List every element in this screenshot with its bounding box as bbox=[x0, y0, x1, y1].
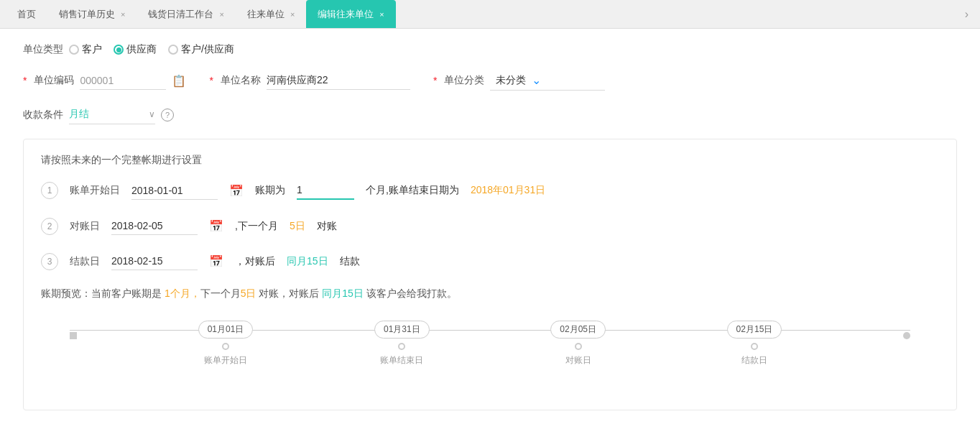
radio-both[interactable]: 客户/供应商 bbox=[168, 43, 234, 56]
step-3-prefix: ，对账后 bbox=[235, 255, 275, 268]
timeline-label-2: 账单结束日 bbox=[380, 354, 423, 367]
code-copy-icon[interactable]: 📋 bbox=[172, 74, 186, 88]
step-3-row: 3 结款日 📅 ，对账后 同月15日 结款 bbox=[41, 252, 939, 270]
tab-more-button[interactable]: › bbox=[959, 8, 974, 21]
preview-day-teal: 同月15日 bbox=[322, 288, 364, 299]
step-2-num: 2 bbox=[41, 218, 58, 235]
payment-dropdown-icon: ∨ bbox=[143, 109, 155, 119]
timeline-dot-2 bbox=[398, 343, 405, 350]
preview-prefix: 账期预览：当前客户账期是 bbox=[41, 288, 165, 299]
unit-type-radio-group: 客户 供应商 客户/供应商 bbox=[69, 43, 234, 56]
section-title: 请按照未来的一个完整帐期进行设置 bbox=[41, 154, 939, 167]
step-1-suffix-post: 个月,账单结束日期为 bbox=[366, 184, 459, 197]
category-field: * 单位分类 未分类 ⌄ bbox=[433, 70, 605, 91]
payment-value: 月结 bbox=[69, 108, 89, 121]
timeline-start-dot bbox=[70, 332, 77, 339]
close-tab-cash-work[interactable]: × bbox=[219, 10, 223, 19]
radio-label-customer: 客户 bbox=[82, 43, 102, 56]
step-2-highlight: 5日 bbox=[290, 220, 305, 233]
preview-day-orange: 5日 bbox=[241, 288, 256, 299]
category-select[interactable]: 未分类 ⌄ bbox=[490, 70, 605, 91]
tab-sales-history[interactable]: 销售订单历史 × bbox=[47, 0, 137, 28]
step-2-prefix: ,下一个月 bbox=[235, 220, 278, 233]
name-field: * 单位名称 bbox=[209, 72, 410, 90]
step-1-num: 1 bbox=[41, 182, 58, 199]
name-label: 单位名称 bbox=[221, 74, 261, 87]
name-input[interactable] bbox=[267, 72, 410, 90]
unit-type-label: 单位类型 bbox=[23, 43, 63, 56]
payment-label: 收款条件 bbox=[23, 109, 63, 121]
step-1-row: 1 账单开始日 📅 账期为 个月,账单结束日期为 2018年01月31日 bbox=[41, 181, 939, 200]
payment-field: 收款条件 月结 ∨ ? bbox=[23, 105, 174, 124]
timeline-label-4: 结款日 bbox=[741, 354, 767, 367]
timeline-point-2: 01月31日 账单结束日 bbox=[374, 321, 430, 367]
timeline-badge-1: 01月01日 bbox=[198, 321, 254, 339]
payment-help-icon[interactable]: ? bbox=[161, 109, 174, 121]
step-2-cal-icon[interactable]: 📅 bbox=[209, 219, 223, 233]
unit-type-field: 单位类型 客户 供应商 客户/供应商 bbox=[23, 43, 234, 56]
preview-mid1: 下一个月 bbox=[200, 288, 241, 299]
category-label: 单位分类 bbox=[444, 74, 484, 87]
preview-months: 1个月， bbox=[165, 288, 200, 299]
step-3-cal-icon[interactable]: 📅 bbox=[209, 254, 223, 268]
code-label: 单位编码 bbox=[34, 74, 74, 87]
timeline-point-4: 02月15日 结款日 bbox=[727, 321, 782, 367]
timeline-label-1: 账单开始日 bbox=[204, 354, 247, 367]
timeline-label-3: 对账日 bbox=[565, 354, 591, 367]
step-1-label: 账单开始日 bbox=[70, 184, 120, 197]
step-2-date-input[interactable] bbox=[111, 217, 198, 235]
step-2-row: 2 对账日 📅 ,下一个月5日 对账 bbox=[41, 217, 939, 235]
category-required: * bbox=[433, 75, 437, 86]
close-tab-partner[interactable]: × bbox=[290, 10, 295, 19]
category-value: 未分类 bbox=[496, 74, 526, 87]
close-tab-edit-partner[interactable]: × bbox=[379, 10, 384, 19]
step-1-end-date: 2018年01月31日 bbox=[471, 184, 545, 197]
step-1-date-input[interactable] bbox=[131, 182, 218, 200]
unit-type-row: 单位类型 客户 供应商 客户/供应商 bbox=[23, 43, 957, 56]
step-3-highlight: 同月15日 bbox=[287, 255, 328, 268]
name-required: * bbox=[209, 75, 213, 86]
timeline-points: 01月01日 账单开始日 01月31日 账单结束日 02月05日 对账日 bbox=[70, 321, 910, 367]
timeline-point-1: 01月01日 账单开始日 bbox=[198, 321, 254, 367]
timeline-dot-4 bbox=[751, 343, 758, 350]
timeline-badge-4: 02月15日 bbox=[727, 321, 782, 339]
timeline-end-dot bbox=[903, 332, 910, 339]
code-input[interactable] bbox=[80, 72, 166, 90]
tab-edit-partner[interactable]: 编辑往来单位 × bbox=[306, 0, 395, 28]
category-arrow-icon: ⌄ bbox=[532, 73, 541, 87]
timeline-dot-3 bbox=[575, 343, 582, 350]
preview-suffix: 该客户会给我打款。 bbox=[364, 288, 457, 299]
timeline-point-3: 02月05日 对账日 bbox=[550, 321, 606, 367]
page-content: 单位类型 客户 供应商 客户/供应商 * 单位编码 bbox=[0, 29, 980, 437]
radio-circle-supplier bbox=[114, 45, 124, 55]
step-2-suffix: 对账 bbox=[317, 220, 337, 233]
close-tab-sales-history[interactable]: × bbox=[121, 10, 125, 19]
step-2-label: 对账日 bbox=[70, 220, 100, 233]
radio-label-both: 客户/供应商 bbox=[181, 43, 234, 56]
preview-mid2: 对账，对账后 bbox=[256, 288, 322, 299]
payment-row: 收款条件 月结 ∨ ? bbox=[23, 105, 957, 124]
tab-partner[interactable]: 往来单位 × bbox=[236, 0, 306, 28]
timeline-container: 01月01日 账单开始日 01月31日 账单结束日 02月05日 对账日 bbox=[41, 315, 939, 395]
step-3-num: 3 bbox=[41, 253, 58, 270]
timeline-dot-1 bbox=[222, 343, 229, 350]
radio-customer[interactable]: 客户 bbox=[69, 43, 102, 56]
code-field: * 单位编码 📋 bbox=[23, 72, 186, 90]
preview-text: 账期预览：当前客户账期是 1个月，下一个月5日 对账，对账后 同月15日 该客户… bbox=[41, 288, 939, 300]
tab-home[interactable]: 首页 bbox=[6, 0, 47, 28]
tab-bar: 首页 销售订单历史 × 钱货日清工作台 × 往来单位 × 编辑往来单位 × › bbox=[0, 0, 980, 29]
code-required: * bbox=[23, 75, 27, 86]
step-3-label: 结款日 bbox=[70, 255, 100, 268]
step-1-cal-icon[interactable]: 📅 bbox=[229, 184, 244, 198]
radio-supplier[interactable]: 供应商 bbox=[114, 43, 157, 56]
timeline-badge-3: 02月05日 bbox=[550, 321, 606, 339]
radio-label-supplier: 供应商 bbox=[126, 43, 157, 56]
step-3-date-input[interactable] bbox=[111, 252, 198, 270]
tab-cash-work[interactable]: 钱货日清工作台 × bbox=[137, 0, 235, 28]
months-input[interactable] bbox=[297, 181, 354, 200]
step-3-suffix: 结款 bbox=[340, 255, 360, 268]
radio-circle-both bbox=[168, 45, 178, 55]
payment-select[interactable]: 月结 ∨ bbox=[69, 105, 155, 124]
billing-section: 请按照未来的一个完整帐期进行设置 1 账单开始日 📅 账期为 个月,账单结束日期… bbox=[23, 139, 957, 410]
step-1-suffix-pre: 账期为 bbox=[255, 184, 285, 197]
